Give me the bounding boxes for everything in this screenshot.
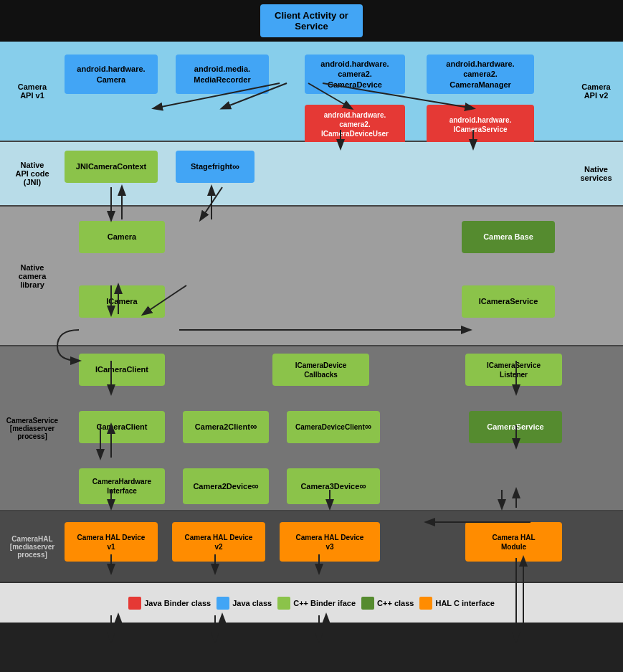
camera-service-label: CameraService[mediaserverprocess] (0, 346, 65, 510)
box-camera: Camera (79, 221, 165, 253)
legend-cpp-class: C++ class (361, 597, 414, 610)
native-cam-label: Nativecameralibrary (0, 207, 65, 345)
box-camera-device-client: CameraDeviceClient∞ (287, 411, 380, 443)
box-icamera-service-cpp: ICameraService (462, 285, 555, 318)
box-camera2-client: Camera2Client∞ (183, 411, 269, 443)
api-section: CameraAPI v1 android.hardware.Camera and… (0, 42, 623, 142)
box-icamera-client: ICameraClient (79, 354, 165, 386)
box-android-hw-camera: android.hardware.Camera (65, 55, 158, 94)
api-v2-label: CameraAPI v2 (569, 42, 623, 141)
legend-color-java-class (217, 597, 229, 610)
camera-hal-label: CameraHAL[mediaserverprocess] (0, 511, 65, 582)
box-camera-hal-module: Camera HALModule (465, 522, 562, 562)
camera-hal-section: CameraHAL[mediaserverprocess] Camera HAL… (0, 511, 623, 583)
box-icamera-service-java: android.hardware.ICameraService (427, 105, 534, 144)
box-camera2-manager: android.hardware.camera2.CameraManager (427, 55, 534, 94)
box-camera-hal-v1: Camera HAL Devicev1 (65, 522, 158, 562)
box-camera-hal-v3: Camera HAL Devicev3 (280, 522, 380, 562)
box-camera-client: CameraClient (79, 411, 165, 443)
native-cam-section: Nativecameralibrary Camera ICamera Camer… (0, 207, 623, 346)
native-services-label: Nativeservices (569, 142, 623, 205)
camera-hal-center: Camera HAL Devicev1 Camera HAL Devicev2 … (65, 511, 569, 582)
box-camera-hal-v2: Camera HAL Devicev2 (172, 522, 265, 562)
api-center: android.hardware.Camera android.media.Me… (65, 42, 569, 141)
box-icamera-service-listener: ICameraServiceListener (465, 354, 562, 386)
native-api-section: NativeAPI code(JNI) JNICameraContext Sta… (0, 142, 623, 207)
top-bar: android.hardware. Camera Client Activity… (0, 0, 623, 42)
box-icamera-device-user: android.hardware.camera2.ICameraDeviceUs… (305, 105, 405, 144)
native-api-label: NativeAPI code(JNI) (0, 142, 65, 205)
main-diagram: CameraAPI v1 android.hardware.Camera and… (0, 42, 623, 583)
legend-color-java-binder (128, 597, 141, 610)
box-jni-context: JNICameraContext (65, 151, 158, 183)
camera-service-center: ICameraClient ICameraDeviceCallbacks ICa… (65, 346, 569, 510)
legend-row: Java Binder class Java class C++ Binder … (0, 583, 623, 623)
legend-color-cpp-binder (277, 597, 290, 610)
box-camera-base: Camera Base (462, 221, 555, 253)
box-camera-service: CameraService (469, 411, 562, 443)
box-icamera: ICamera (79, 285, 165, 318)
box-camera-hw-interface: CameraHardwareInterface (79, 468, 165, 504)
legend-color-hal (419, 597, 432, 610)
box-media-recorder: android.media.MediaRecorder (176, 55, 269, 94)
diagram-container: android.hardware. Camera Client Activity… (0, 0, 623, 623)
legend-java-binder: Java Binder class (128, 597, 211, 610)
native-cam-center: Camera ICamera Camera Base ICameraServic… (65, 207, 569, 345)
legend-java-class: Java class (217, 597, 272, 610)
camera-service-section: CameraService[mediaserverprocess] ICamer… (0, 346, 623, 511)
box-camera2-device: android.hardware.camera2.CameraDevice (305, 55, 405, 94)
legend-cpp-binder: C++ Binder iface (277, 597, 356, 610)
box-camera3-device: Camera3Device∞ (287, 468, 380, 504)
api-v1-label: CameraAPI v1 (0, 42, 65, 141)
legend-color-cpp-class (361, 597, 374, 610)
box-camera2-device: Camera2Device∞ (183, 468, 269, 504)
box-icamera-device-callbacks: ICameraDeviceCallbacks (272, 354, 369, 386)
box-stagefright: Stagefright∞ (176, 151, 255, 183)
client-activity-box: android.hardware. Camera Client Activity… (260, 4, 363, 37)
legend-hal-interface: HAL C interface (419, 597, 494, 610)
native-api-center: JNICameraContext Stagefright∞ (65, 142, 569, 205)
